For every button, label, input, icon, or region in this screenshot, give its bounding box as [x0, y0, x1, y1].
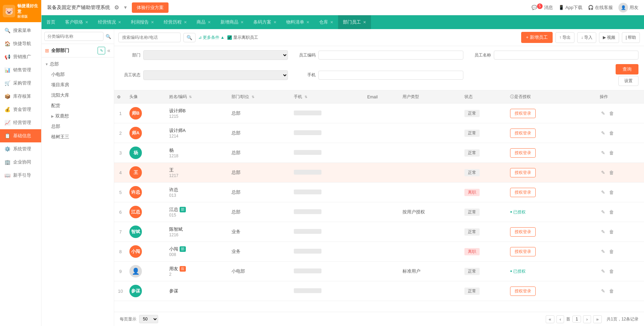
dept-node-project[interactable]: 项目库房	[42, 80, 114, 90]
dept-node-xiaodibu[interactable]: 小电部	[42, 69, 114, 80]
app-download-button[interactable]: 📱 App下载	[559, 5, 582, 11]
delete-button[interactable]: 🗑	[608, 149, 615, 156]
help-button[interactable]: | 帮助	[622, 32, 640, 43]
col-phone[interactable]: 手机 ⇅	[291, 90, 364, 104]
settings-icon[interactable]: ⚙	[114, 4, 119, 11]
auth-login-button[interactable]: 授权登录	[510, 109, 536, 118]
delete-button[interactable]: 🗑	[608, 130, 615, 136]
sidebar-item-purchase[interactable]: 🛒 采购管理	[0, 77, 41, 90]
auth-login-button[interactable]: 授权登录	[510, 148, 536, 158]
tab-close-customer[interactable]: ✕	[85, 20, 88, 25]
dept-node-shuanglu[interactable]: ▶ 双鹿想	[42, 111, 114, 121]
dept-node-shenyang[interactable]: 沈阳大库	[42, 90, 114, 100]
tab-close-warehouse[interactable]: ✕	[330, 20, 333, 25]
dept-search-input[interactable]	[44, 32, 103, 41]
sidebar-item-capital[interactable]: 💰 资金管理	[0, 103, 41, 116]
delete-button[interactable]: 🗑	[608, 169, 615, 176]
filter-phone-input[interactable]	[318, 71, 463, 80]
more-filter-button[interactable]: ⊿ 更多条件 ▲	[198, 35, 225, 41]
export-button[interactable]: ↑ 导出	[555, 32, 574, 43]
edit-button[interactable]: ✎	[600, 130, 607, 136]
delete-button[interactable]: 🗑	[608, 268, 615, 275]
next-page-button[interactable]: ›	[583, 315, 591, 323]
edit-button[interactable]: ✎	[600, 228, 607, 235]
filter-status-select[interactable]	[143, 70, 288, 80]
last-page-button[interactable]: »	[593, 315, 602, 323]
edit-button[interactable]: ✎	[600, 149, 607, 156]
dept-search-icon[interactable]: 🔍	[106, 34, 111, 39]
auth-login-button[interactable]: 授权登录	[510, 227, 536, 237]
sidebar-item-marketing[interactable]: 📢 营销推广	[0, 50, 41, 63]
dept-node-root[interactable]: ▼ 总部	[42, 59, 114, 69]
col-dept[interactable]: 部门/职位 ⇅	[229, 90, 291, 104]
sidebar-item-quicknav[interactable]: 🏠 快捷导航	[0, 37, 41, 50]
delete-button[interactable]: 🗑	[608, 110, 615, 117]
tab-close-new-goods[interactable]: ✕	[241, 20, 244, 25]
sidebar-item-enterprise[interactable]: 🏢 企业协同	[0, 156, 41, 169]
show-resign-checkbox-label[interactable]: 显示离职员工	[227, 35, 258, 41]
edit-button[interactable]: ✎	[600, 288, 607, 294]
tab-employees[interactable]: 部门员工✕	[338, 15, 371, 29]
auth-login-button[interactable]: 授权登录	[510, 168, 536, 177]
page-size-select[interactable]: 50 20 100	[139, 315, 158, 323]
sidebar-item-sales[interactable]: 📊 销售管理	[0, 63, 41, 77]
tab-home[interactable]: 首页	[42, 15, 60, 29]
auth-login-button[interactable]: 授权登录	[510, 129, 536, 138]
user-avatar-button[interactable]: 👤 用友	[618, 3, 638, 12]
tab-profit[interactable]: 利润报告✕	[126, 15, 159, 29]
tab-close-profit[interactable]: ✕	[151, 20, 154, 25]
sidebar-item-search[interactable]: 🔍 搜索菜单	[0, 24, 41, 37]
delete-button[interactable]: 🗑	[608, 209, 615, 215]
tab-close-employees[interactable]: ✕	[363, 20, 366, 25]
query-button[interactable]: 查询	[616, 64, 638, 74]
auth-login-button[interactable]: 授权登录	[510, 247, 536, 256]
dept-collapse-icon[interactable]: «	[107, 47, 110, 54]
employee-search-button[interactable]: 🔍	[183, 33, 196, 42]
tab-customer[interactable]: 客户联络✕	[60, 15, 93, 29]
message-button[interactable]: 💬 5 消息	[532, 5, 553, 11]
reset-button[interactable]: 设置	[618, 76, 638, 86]
delete-button[interactable]: 🗑	[608, 288, 615, 294]
tab-close-operations[interactable]: ✕	[118, 20, 121, 25]
edit-button[interactable]: ✎	[600, 189, 607, 196]
view-button[interactable]: ▶ 视频	[599, 32, 619, 43]
dept-node-zhishu[interactable]: 植树王三	[42, 132, 114, 142]
import-button[interactable]: ↓ 导入	[577, 32, 596, 43]
first-page-button[interactable]: «	[546, 315, 554, 323]
filter-code-input[interactable]	[318, 51, 463, 60]
trial-button[interactable]: 体验行业方案	[132, 2, 169, 13]
tab-close-bom[interactable]: ✕	[306, 20, 309, 25]
filter-name-input[interactable]	[494, 51, 638, 60]
edit-button[interactable]: ✎	[600, 248, 607, 255]
tab-close-barcode[interactable]: ✕	[273, 20, 276, 25]
delete-button[interactable]: 🗑	[608, 228, 615, 235]
tab-operations[interactable]: 经营情况✕	[93, 15, 126, 29]
employee-search-input[interactable]	[118, 33, 181, 42]
dept-node-peihuo[interactable]: 配货	[42, 100, 114, 111]
sidebar-item-operations[interactable]: 📈 经营管理	[0, 116, 41, 129]
col-name[interactable]: 姓名/编码 ⇅	[166, 90, 229, 104]
tab-new-goods[interactable]: 新增商品✕	[216, 15, 248, 29]
sidebar-item-inventory[interactable]: 📦 库存核算	[0, 90, 41, 103]
edit-button[interactable]: ✎	[600, 169, 607, 176]
tab-bom[interactable]: 物料清单✕	[281, 15, 314, 29]
edit-button[interactable]: ✎	[600, 209, 607, 215]
sidebar-item-system[interactable]: ⚙️ 系统管理	[0, 142, 41, 156]
edit-button[interactable]: ✎	[600, 110, 607, 117]
delete-button[interactable]: 🗑	[608, 248, 615, 255]
tab-history[interactable]: 经营历程✕	[159, 15, 192, 29]
sidebar-item-basic[interactable]: 📋 基础信息	[0, 129, 41, 142]
col-settings[interactable]: ⚙	[114, 90, 127, 104]
sidebar-item-guide[interactable]: 📖 新手引导	[0, 169, 41, 182]
auth-login-button[interactable]: 授权登录	[510, 188, 536, 197]
online-service-button[interactable]: 🎧 在线客服	[588, 5, 613, 11]
prev-page-button[interactable]: ‹	[556, 315, 564, 323]
delete-button[interactable]: 🗑	[608, 189, 615, 196]
filter-dept-select[interactable]	[143, 50, 288, 60]
dept-node-zongbu[interactable]: 总部	[42, 121, 114, 132]
tab-warehouse[interactable]: 仓库✕	[314, 15, 338, 29]
tab-close-history[interactable]: ✕	[184, 20, 187, 25]
tab-close-goods[interactable]: ✕	[208, 20, 211, 25]
show-resign-checkbox[interactable]	[227, 35, 232, 40]
tab-barcode[interactable]: 条码方案✕	[248, 15, 281, 29]
